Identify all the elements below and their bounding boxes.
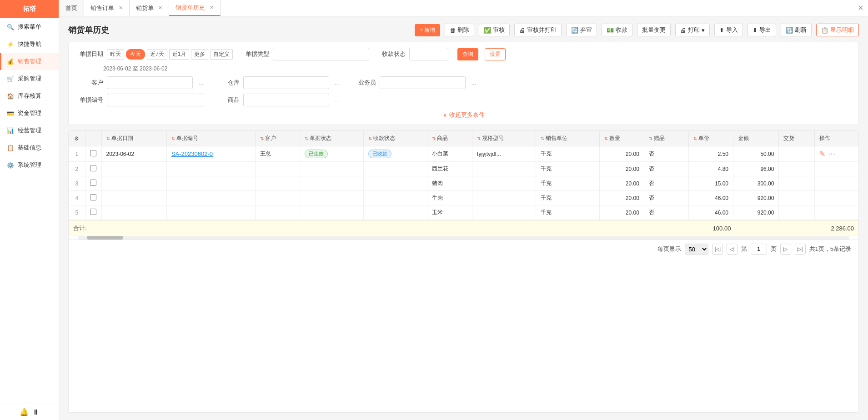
doc-type-select[interactable] [273,48,369,60]
abandon-button[interactable]: 🔄 弃审 [566,24,597,36]
filter-row-2: 客户 ... 仓库 ... 业务员 ... [76,76,851,89]
table-row: 4 牛肉 千克 20.00 否 46.00 920.00 [69,191,858,205]
sidebar-item-system[interactable]: ⚙️ 系统管理 [0,156,59,174]
col-settings[interactable]: ⚙ [69,131,85,146]
cell-action [814,205,858,220]
sidebar-item-inventory[interactable]: 🏠 库存核算 [0,87,59,105]
refresh-button[interactable]: 🔃 刷新 [781,24,812,36]
tab-bar-close-all[interactable]: ✕ [858,4,868,12]
salesperson-input[interactable] [380,76,466,89]
cell-doc-date: 2023-06-02 [101,146,166,162]
notification-icon[interactable]: 🔔 [20,408,29,416]
col-customer[interactable]: ⇅ 客户 [256,131,300,146]
sidebar-item-base[interactable]: 📋 基础信息 [0,139,59,156]
sidebar-item-finance[interactable]: 💳 资金管理 [0,105,59,122]
more-button[interactable]: ⋯ [828,150,835,158]
shortcut-custom[interactable]: 自定义 [210,49,233,60]
batch-change-button[interactable]: 批量变更 [637,24,671,36]
page-prev-button[interactable]: ◁ [727,244,738,255]
new-button[interactable]: + 新增 [415,24,440,36]
cell-checkbox[interactable] [85,162,101,176]
salesperson-label: 业务员 [349,79,376,87]
print-button[interactable]: 🖨 打印 ▾ [675,24,710,36]
tab-sales-history-close[interactable]: ✕ [210,5,214,10]
edit-button[interactable]: ✎ [819,150,825,158]
cell-spec [472,162,536,176]
display-button[interactable]: 📋 显示明细 [816,24,859,36]
sidebar-item-label: 搜索菜单 [18,23,41,31]
cell-doc-no [166,191,255,205]
col-spec[interactable]: ⇅ 规格型号 [472,131,536,146]
cell-qty: 20.00 [599,146,644,162]
tab-sales-goods[interactable]: 销货单 ✕ [130,0,169,16]
sort-icon: ⇅ [260,136,264,141]
shortcut-yesterday[interactable]: 昨天 [107,49,124,60]
shortcut-today[interactable]: 今天 [126,49,145,60]
col-qty[interactable]: ⇅ 数量 [599,131,644,146]
collect-button[interactable]: 💵 收款 [602,24,632,36]
goods-more-icon[interactable]: ... [335,97,340,104]
collapse-button[interactable]: ∧ 收起更多条件 [76,111,851,119]
col-doc-status[interactable]: ⇅ 单据状态 [300,131,364,146]
page-input[interactable] [751,244,767,255]
tab-sales-history[interactable]: 销货单历史 ✕ [169,0,221,16]
query-button[interactable]: 查询 [457,48,478,60]
customer-input[interactable] [107,76,193,89]
sidebar-item-purchase[interactable]: 🛒 采购管理 [0,70,59,87]
sidebar-item-sales[interactable]: 💰 销售管理 [0,53,59,70]
page-header: 销货单历史 + 新增 🗑 删除 ✅ 审核 🖨 审核并打印 🔄 弃审 [68,24,859,36]
salesperson-more-icon[interactable]: ... [471,80,476,86]
col-doc-no[interactable]: ⇅ 单据编号 [166,131,255,146]
sidebar-item-quicknav[interactable]: ⚡ 快捷导航 [0,35,59,53]
page-last-button[interactable]: ▷| [795,244,806,255]
warehouse-input[interactable] [243,76,329,89]
sidebar-item-ops[interactable]: 📊 经营管理 [0,122,59,139]
footer-total-qty: 100.00 [713,225,731,232]
tab-home[interactable]: 首页 [59,0,84,16]
goods-input[interactable] [243,94,329,106]
settings-filter-button[interactable]: 设置 [485,48,506,60]
audit-button[interactable]: ✅ 审核 [479,24,510,36]
col-unit[interactable]: ⇅ 销售单位 [536,131,599,146]
col-gift[interactable]: ⇅ 赠品 [644,131,688,146]
filter-panel: 单据日期 昨天 今天 近7天 近1月 更多 自定义 单据类型 [68,42,859,125]
tab-sales-order[interactable]: 销售订单 ✕ [84,0,130,16]
import-button[interactable]: ⬆ 导入 [714,24,743,36]
warehouse-more-icon[interactable]: ... [335,80,340,86]
audit-print-button[interactable]: 🖨 审核并打印 [514,24,562,36]
page-size-select[interactable]: 50 10 20 100 [685,244,708,255]
pause-icon[interactable]: ⏸ [32,408,40,416]
filter-doc-no: 单据编号 [76,94,203,106]
col-doc-date[interactable]: ⇅ 单据日期 [101,131,166,146]
tab-sales-goods-close[interactable]: ✕ [158,5,162,11]
cell-doc-no[interactable]: SA-20230602-0 [166,146,255,162]
home-icon: 🏠 [7,92,14,100]
shortcut-more[interactable]: 更多 [191,49,208,60]
cell-spec: tyjyjtyjdf... [472,146,536,162]
collect-status-select[interactable] [409,48,448,60]
export-button[interactable]: ⬇ 导出 [748,24,776,36]
sidebar-item-search[interactable]: 🔍 搜索菜单 [0,18,59,35]
col-goods[interactable]: ⇅ 商品 [427,131,472,146]
collect-status-label: 收款状态 [378,50,406,58]
doc-no-input[interactable] [107,94,203,106]
horizontal-scrollbar[interactable] [78,236,849,240]
scrollbar-thumb[interactable] [87,236,123,240]
delete-button[interactable]: 🗑 删除 [445,24,474,36]
customer-more-icon[interactable]: ... [198,80,203,86]
page-first-button[interactable]: |◁ [712,244,723,255]
shortcut-7days[interactable]: 近7天 [147,49,167,60]
cell-checkbox[interactable] [85,176,101,191]
shortcut-1month[interactable]: 近1月 [169,49,190,60]
cell-action: ✎ ⋯ [814,146,858,162]
tab-bar: 首页 销售订单 ✕ 销货单 ✕ 销货单历史 ✕ ✕ [59,0,868,16]
page-next-button[interactable]: ▷ [780,244,791,255]
sort-icon: ⇅ [432,136,436,141]
col-unit-price[interactable]: ⇅ 单价 [688,131,733,146]
cell-gift: 否 [644,146,688,162]
col-collect-status[interactable]: ⇅ 收款状态 [363,131,427,146]
cell-checkbox[interactable] [85,191,101,205]
cell-checkbox[interactable] [85,146,101,162]
cell-checkbox[interactable] [85,205,101,220]
tab-sales-order-close[interactable]: ✕ [119,5,123,11]
